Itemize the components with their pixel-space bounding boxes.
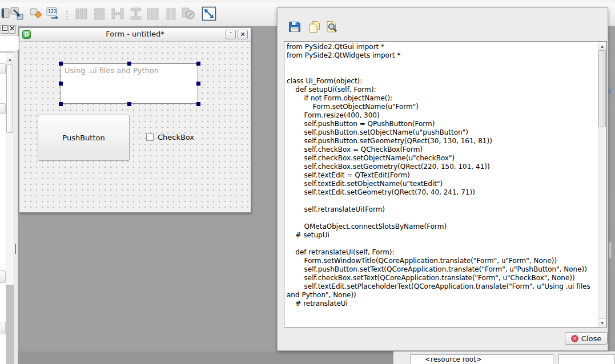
layout-horizontally-splitter-button [110, 7, 126, 23]
dock-float-icon [2, 27, 7, 32]
form-window-title: Form - untitled* [19, 30, 251, 38]
code-text[interactable]: from PySide2.QtGui import *from PySide2.… [284, 42, 598, 327]
form-window-titlebar[interactable]: D Form - untitled* - ✕ [19, 28, 251, 42]
edit-signals-slots-icon [10, 6, 25, 23]
code-line: class Ui_Form(object): [287, 77, 598, 86]
widget-box-scroll-block [6, 285, 14, 364]
selection-handle-bottom-left[interactable] [59, 102, 63, 106]
copy-icon [308, 20, 321, 36]
scroll-down-icon[interactable]: ▼ [598, 318, 606, 326]
widget-box-panel: ▲ [0, 52, 14, 364]
resource-browser: <resource root> [393, 351, 615, 364]
code-line [287, 240, 598, 248]
code-scrollbar[interactable]: ▲ ▼ [598, 42, 606, 327]
close-button-label: Close [581, 334, 601, 343]
widget-box-close-button[interactable] [8, 25, 16, 34]
form-designer-window: D Form - untitled* - ✕ Using .ui files a… [19, 27, 251, 213]
scroll-up-icon[interactable]: ▲ [598, 42, 606, 50]
form-minimize-button[interactable]: - [226, 30, 236, 39]
edit-buddies-icon [29, 6, 44, 23]
copy-code-button[interactable] [307, 21, 322, 35]
edit-buddies-button[interactable] [29, 7, 45, 23]
qt-designer-window: Window Help 123 [0, 0, 615, 364]
code-line: from PySide2.QtGui import * [287, 43, 598, 51]
layout-horizontally-splitter-icon [110, 6, 125, 23]
layout-vertically-splitter-button [128, 7, 144, 23]
selection-handle-top-right[interactable] [196, 62, 200, 66]
code-line: self.pushButton = QPushButton(Form) [287, 120, 598, 128]
code-line: self.pushButton.setGeometry(QRect(30, 13… [287, 137, 598, 145]
textedit-placeholder: Using .ui files and Python [65, 66, 159, 75]
code-line: self.retranslateUi(Form) [287, 205, 598, 214]
code-line: self.checkBox.setGeometry(QRect(220, 150… [287, 163, 598, 171]
code-line: self.pushButton.setText(QCoreApplication… [287, 265, 598, 274]
widget-category-item[interactable] [0, 270, 6, 283]
widget-box-scrollbar[interactable]: ▲ [6, 53, 14, 364]
edge-mark [609, 337, 612, 338]
code-line: def retranslateUi(self, Form): [287, 248, 598, 257]
edge-mark [609, 192, 612, 193]
code-line: Form.setWindowTitle(QCoreApplication.tra… [287, 257, 598, 265]
checkbox-widget-indicator[interactable] [146, 134, 154, 141]
edge-selection-mark [609, 88, 610, 94]
selection-handle-right[interactable] [196, 82, 200, 86]
layout-grid-icon [146, 6, 160, 23]
code-line: self.textEdit.setObjectName(u"textEdit") [287, 180, 598, 188]
code-line: # setupUi [287, 231, 598, 240]
view-code-dialog: from PySide2.QtGui import *from PySide2.… [277, 7, 608, 351]
break-layout-button [180, 7, 196, 23]
edit-tab-order-button[interactable]: 123 [46, 7, 62, 23]
layout-grid-button [145, 7, 161, 23]
splitter-handle[interactable] [15, 244, 16, 254]
pushbutton-label: PushButton [62, 134, 104, 142]
close-dialog-button[interactable]: ✕ Close [565, 332, 608, 345]
widget-category-item[interactable] [0, 322, 6, 334]
code-line: QMetaObject.connectSlotsByName(Form) [287, 223, 598, 231]
layout-horizontally-button [73, 7, 89, 23]
code-line: Form.setObjectName(u"Form") [287, 103, 598, 111]
form-close-button[interactable]: ✕ [238, 30, 248, 39]
selection-handle-bottom[interactable] [127, 102, 131, 106]
code-line: self.checkBox.setObjectName(u"checkBox") [287, 154, 598, 163]
edit-signals-slots-button[interactable] [9, 7, 25, 23]
code-line [287, 197, 598, 205]
edit-tab-order-icon: 123 [46, 6, 62, 23]
widget-category-item[interactable] [0, 103, 6, 114]
find-in-code-button[interactable] [324, 21, 339, 35]
mdi-area-bottom [18, 351, 393, 364]
scroll-up-icon[interactable]: ▲ [6, 55, 14, 63]
edge-mark [609, 30, 612, 31]
layout-form-button [163, 7, 179, 23]
widget-box-scroll-thumb[interactable] [6, 64, 13, 133]
code-line: if not Form.objectName(): [287, 94, 598, 103]
adjust-size-icon [202, 6, 216, 23]
edge-mark [609, 213, 612, 214]
edge-mark [609, 70, 612, 71]
code-line: self.checkBox = QCheckBox(Form) [287, 145, 598, 154]
edge-mark [609, 268, 612, 269]
code-view[interactable]: from PySide2.QtGui import *from PySide2.… [284, 41, 607, 327]
selection-handle-left[interactable] [59, 82, 63, 86]
checkbox-widget-label[interactable]: CheckBox [158, 133, 194, 141]
code-line: from PySide2.QtWidgets import * [287, 51, 598, 60]
layout-vertically-button [91, 7, 107, 23]
code-line: and Python", None)) [287, 291, 598, 300]
code-scroll-thumb[interactable] [598, 50, 606, 127]
selection-handle-top[interactable] [127, 62, 131, 66]
widget-filter-input[interactable] [0, 35, 19, 51]
save-code-button[interactable] [287, 21, 302, 35]
selection-handle-top-left[interactable] [59, 62, 63, 66]
resource-root-item[interactable]: <resource root> [410, 354, 553, 364]
selection-handle-bottom-right[interactable] [196, 102, 200, 106]
pushbutton-widget[interactable]: PushButton [38, 115, 130, 161]
textedit-widget[interactable]: Using .ui files and Python [61, 63, 198, 104]
edge-mark [609, 223, 612, 224]
adjust-size-button[interactable] [201, 7, 217, 23]
edge-mark [609, 57, 612, 58]
resource-panel [558, 354, 615, 364]
layout-horizontally-icon [74, 6, 89, 23]
widget-box-float-button[interactable] [1, 25, 9, 34]
toolbar-separator [66, 10, 68, 20]
close-red-icon: ✕ [571, 335, 578, 342]
widget-category-item[interactable] [0, 63, 6, 74]
